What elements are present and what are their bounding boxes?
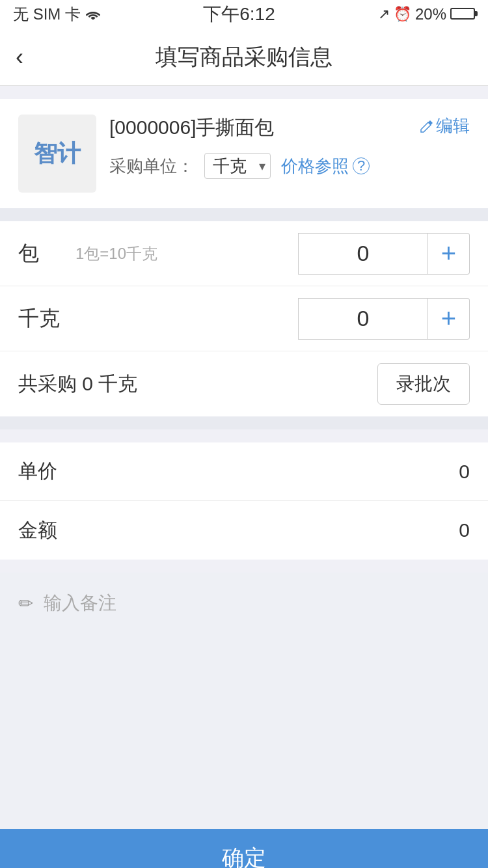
product-info: [0000006]手撕面包 编辑 采购单位： 千克: [109, 115, 470, 179]
batch-button[interactable]: 录批次: [377, 363, 470, 405]
status-time: 下午6:12: [203, 2, 275, 27]
unit-select[interactable]: 千克: [204, 153, 271, 179]
price-section: 单价 0 金额 0: [0, 442, 488, 560]
main-content: 智计 [0000006]手撕面包 编辑 采购单位：: [0, 86, 488, 829]
edit-button[interactable]: 编辑: [419, 115, 470, 137]
price-ref-button[interactable]: 价格参照 ?: [281, 155, 370, 178]
price-value-0: 0: [459, 461, 470, 483]
battery-icon: [450, 5, 475, 23]
product-name-row: [0000006]手撕面包 编辑: [109, 115, 470, 141]
summary-text: 共采购 0 千克: [18, 371, 137, 398]
unit-select-wrapper[interactable]: 千克: [204, 153, 271, 179]
section-divider-2: [0, 416, 488, 429]
edit-icon: [419, 119, 433, 133]
content-fill: [0, 634, 488, 829]
price-label-1: 金额: [18, 517, 57, 544]
status-left: 无 SIM 卡: [13, 4, 100, 25]
page-title: 填写商品采购信息: [156, 42, 332, 72]
price-value-1: 0: [459, 519, 470, 541]
summary-row: 共采购 0 千克 录批次: [0, 351, 488, 416]
quantity-input-group-0: +: [298, 233, 470, 275]
quantity-hint-0: 1包=10千克: [75, 243, 298, 264]
quantity-input-1[interactable]: [298, 298, 428, 340]
purchase-unit-row: 采购单位： 千克 价格参照 ?: [109, 153, 470, 179]
purchase-unit-label: 采购单位：: [109, 155, 194, 178]
wifi-icon: [86, 9, 100, 20]
product-image: 智计: [18, 115, 96, 193]
product-card: 智计 [0000006]手撕面包 编辑 采购单位：: [0, 99, 488, 208]
quantity-plus-1[interactable]: +: [428, 298, 470, 340]
battery-percent: 20%: [415, 5, 446, 23]
quantity-row-0: 包 1包=10千克 +: [0, 221, 488, 286]
location-icon: ↗: [378, 6, 390, 23]
quantity-label-0: 包: [18, 239, 70, 268]
quantity-input-group-1: +: [298, 298, 470, 340]
price-row-1: 金额 0: [0, 501, 488, 560]
section-divider-1: [0, 208, 488, 221]
product-image-label: 智计: [34, 138, 81, 170]
edit-label: 编辑: [436, 115, 470, 137]
nav-bar: ‹ 填写商品采购信息: [0, 29, 488, 86]
price-row-0: 单价 0: [0, 442, 488, 501]
status-bar: 无 SIM 卡 下午6:12 ↗ ⏰ 20%: [0, 0, 488, 29]
note-icon: ✏: [18, 593, 33, 614]
back-button[interactable]: ‹: [16, 44, 23, 71]
quantity-row-1: 千克 +: [0, 286, 488, 351]
note-section[interactable]: ✏ 输入备注: [0, 573, 488, 634]
bottom-area: 确定: [0, 829, 488, 868]
price-ref-icon: ?: [353, 157, 370, 174]
quantity-section: 包 1包=10千克 + 千克 +: [0, 221, 488, 351]
product-name: [0000006]手撕面包: [109, 115, 274, 141]
quantity-plus-0[interactable]: +: [428, 233, 470, 275]
price-label-0: 单价: [18, 458, 57, 485]
status-right: ↗ ⏰ 20%: [378, 5, 475, 23]
sim-label: 无 SIM 卡: [13, 4, 81, 25]
alarm-icon: ⏰: [394, 6, 411, 23]
quantity-label-1: 千克: [18, 305, 70, 333]
quantity-input-0[interactable]: [298, 233, 428, 275]
confirm-button[interactable]: 确定: [0, 829, 488, 868]
price-ref-label: 价格参照: [281, 155, 349, 178]
note-placeholder: 输入备注: [44, 591, 116, 616]
